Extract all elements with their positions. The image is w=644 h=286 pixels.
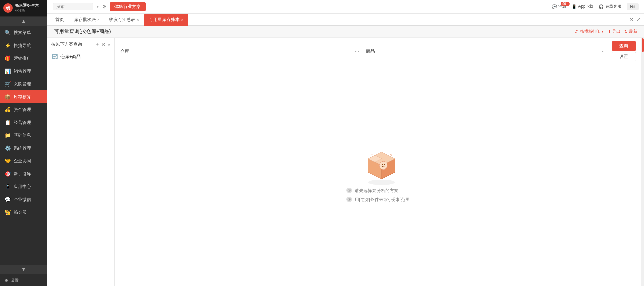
tip-1-number: ① (346, 188, 352, 193)
filter-action-buttons: ＋ ⊙ « (95, 41, 110, 47)
sidebar-item-operation[interactable]: 📋 经营管理 (0, 116, 47, 129)
sidebar-scroll-up[interactable]: ▲ (0, 17, 47, 26)
user-label: Rit (630, 4, 635, 9)
warehouse-input[interactable] (132, 48, 352, 55)
page-header: 可用量查询(按仓库+商品) 🖨 按模板打印 ▾ ⬆ 导出 ↻ 刷新 (47, 26, 644, 38)
sidebar-item-search[interactable]: 🔍 搜索菜单 (0, 26, 47, 39)
app-download-button[interactable]: 📱 App下载 (572, 4, 593, 9)
refresh-button[interactable]: ↻ 刷新 (624, 29, 637, 34)
user-profile[interactable]: Rit (627, 3, 639, 10)
svg-text:~: ~ (371, 153, 373, 157)
empty-tips: ① 请先选择要分析的方案 ② 用[过滤]条件来缩小分析范围 (346, 188, 410, 203)
sidebar-settings[interactable]: ⚙ 设置 (0, 275, 47, 286)
message-icon: 💬 (552, 4, 557, 9)
search-input[interactable] (53, 3, 93, 10)
empty-illustration: ? ~ (361, 149, 395, 182)
svg-point-6 (379, 161, 387, 170)
tabs-bar: 首页 库存批次账 × 收发存汇总表 × 可用量库存账本 × ✕ ⤢ (47, 14, 644, 26)
service-button[interactable]: 🎧 在线客服 (599, 4, 621, 9)
sidebar-item-finance[interactable]: 💰 资金管理 (0, 103, 47, 116)
filter-collapse-button[interactable]: « (108, 42, 110, 47)
cart-icon: 🛒 (5, 81, 11, 87)
sidebar: 畅 畅康通好生意 标准版 ▲ 🔍 搜索菜单 ⚡ 快捷导航 🎁 营销推广 📊 销售… (0, 0, 47, 286)
close-window-icon[interactable]: ✕ (629, 16, 634, 23)
sidebar-item-label: 企业协同 (14, 158, 31, 164)
filter-settings-button[interactable]: ⊙ (102, 42, 106, 47)
search-icon: 🔍 (5, 30, 11, 36)
filter-add-button[interactable]: ＋ (95, 41, 100, 47)
sidebar-logo: 畅 (3, 3, 13, 13)
export-icon: ⬆ (608, 29, 611, 34)
clipboard-icon: 📋 (5, 120, 11, 126)
sidebar-item-label: 搜索菜单 (14, 30, 31, 36)
refresh-icon: ↻ (624, 29, 628, 34)
app-label: App下载 (578, 4, 593, 9)
query-submit-button[interactable]: 查询 (612, 41, 636, 51)
empty-tip-1: ① 请先选择要分析的方案 (346, 188, 410, 194)
box-icon: 📦 (5, 94, 11, 100)
sidebar-item-inventory[interactable]: 📦 库存核算 (0, 90, 47, 103)
chart-icon: 📊 (5, 68, 11, 74)
sidebar-item-system[interactable]: ⚙️ 系统管理 (0, 142, 47, 155)
sidebar-item-member[interactable]: 👑 畅会员 (0, 206, 47, 219)
sidebar-item-label: 基础信息 (14, 132, 31, 138)
filter-item-label: 仓库+商品 (60, 54, 81, 60)
content-area: 按以下方案查询 ＋ ⊙ « 🔄 仓库+商品 仓库 ··· (47, 38, 644, 286)
sidebar-item-marketing[interactable]: 🎁 营销推广 (0, 52, 47, 65)
chevron-down-icon: ▾ (97, 4, 99, 9)
box-svg: ? ~ (361, 149, 402, 186)
query-settings-button[interactable]: 设置 (612, 52, 636, 61)
gear-icon: ⚙️ (5, 145, 11, 151)
settings-icon: ⚙ (5, 278, 8, 283)
window-controls: ✕ ⤢ (629, 16, 644, 23)
sidebar-item-wechat[interactable]: 💬 企业微信 (0, 193, 47, 206)
sidebar-item-basic[interactable]: 📁 基础信息 (0, 129, 47, 142)
export-button[interactable]: ⬆ 导出 (608, 29, 620, 34)
tip-1-text: 请先选择要分析的方案 (355, 188, 398, 194)
tab-batch[interactable]: 库存批次账 × (69, 14, 104, 26)
sidebar-item-enterprise[interactable]: 🤝 企业协同 (0, 155, 47, 167)
warehouse-more-icon[interactable]: ··· (355, 48, 359, 54)
page-actions: 🖨 按模板打印 ▾ ⬆ 导出 ↻ 刷新 (575, 29, 637, 34)
sidebar-settings-label: 设置 (10, 278, 19, 283)
sidebar-item-label: 库存核算 (14, 94, 31, 100)
topbar-gear-icon[interactable]: ⚙ (102, 4, 106, 10)
warehouse-field: 仓库 ··· (120, 48, 359, 55)
sidebar-item-label: 经营管理 (14, 120, 31, 126)
refresh-label: 刷新 (629, 29, 637, 34)
filter-panel: 按以下方案查询 ＋ ⊙ « 🔄 仓库+商品 (47, 38, 115, 286)
filter-item-warehouse-goods[interactable]: 🔄 仓库+商品 (47, 51, 114, 62)
gift-icon: 🎁 (5, 55, 11, 61)
sidebar-header: 畅 畅康通好生意 标准版 (0, 0, 47, 16)
tab-summary[interactable]: 收发存汇总表 × (104, 14, 144, 26)
tab-summary-close[interactable]: × (137, 18, 139, 22)
scroll-thumb (642, 38, 644, 52)
sidebar-item-sales[interactable]: 📊 销售管理 (0, 65, 47, 78)
sidebar-item-newbie[interactable]: 🎯 新手引导 (0, 167, 47, 180)
tab-batch-label: 库存批次账 (74, 17, 96, 23)
tab-available[interactable]: 可用量库存账本 × (144, 14, 188, 26)
right-scrollbar[interactable] (641, 38, 644, 286)
goods-more-icon[interactable]: ··· (600, 48, 605, 54)
goods-input[interactable] (378, 48, 598, 55)
sidebar-item-label: 采购管理 (14, 81, 31, 87)
sidebar-title: 畅康通好生意 (15, 3, 39, 8)
sidebar-item-shortcut[interactable]: ⚡ 快捷导航 (0, 39, 47, 52)
tab-home[interactable]: 首页 (51, 14, 69, 26)
tab-summary-label: 收发存汇总表 (109, 17, 135, 23)
service-label: 在线客服 (605, 4, 621, 9)
tab-batch-close[interactable]: × (97, 18, 99, 22)
message-button[interactable]: 💬 消息 99+ (552, 4, 566, 9)
sidebar-scroll-down[interactable]: ▼ (0, 265, 47, 274)
print-button[interactable]: 🖨 按模板打印 ▾ (575, 29, 603, 34)
industry-button[interactable]: 体验行业方案 (110, 2, 146, 11)
tip-2-text: 用[过滤]条件来缩小分析范围 (355, 197, 410, 203)
tab-available-close[interactable]: × (181, 18, 183, 22)
sidebar-item-label: 资金管理 (14, 107, 31, 113)
svg-point-8 (384, 164, 385, 165)
expand-window-icon[interactable]: ⤢ (636, 16, 641, 23)
sidebar-item-label: 营销推广 (14, 55, 31, 61)
folder-icon: 📁 (5, 132, 11, 138)
sidebar-item-purchase[interactable]: 🛒 采购管理 (0, 78, 47, 90)
sidebar-item-appstore[interactable]: 📱 应用中心 (0, 180, 47, 193)
